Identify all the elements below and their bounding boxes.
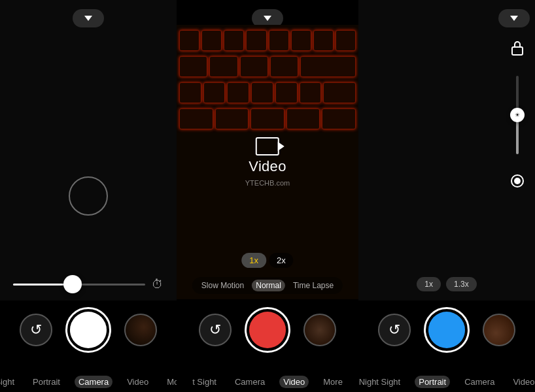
key-23 [322,108,356,129]
key-backspace [300,56,356,77]
right-bottom-controls: ↺ Night Sight Portrait Camera Video [358,301,535,392]
key-2 [201,30,222,51]
key-6 [291,30,311,51]
right-dropdown-arrow-icon [510,16,518,21]
key-17 [275,82,298,103]
center-mode-labels: t Sight Camera Video More [177,376,358,388]
left-shutter-dot [70,312,107,348]
video-camera-icon [256,137,279,155]
zoom-2x-button[interactable]: 2x [269,253,294,268]
key-3 [224,30,244,51]
left-shutter-button[interactable] [65,307,111,353]
right-shutter-button[interactable] [424,307,470,353]
zoom-slider-area: 3.3x ⏱ [0,268,177,301]
key-13 [179,82,201,103]
video-mode-label: Video [249,158,286,175]
right-mode-camera[interactable]: Camera [460,376,498,388]
svg-point-2 [514,178,521,184]
zoom-value-label: 3.3x [65,280,80,289]
right-panel: ☀ 1x 1.3x ↺ [358,0,535,392]
center-shutter-button[interactable] [245,307,290,353]
night-mode-icon [510,174,525,188]
zoom-slider-thumb[interactable]: 3.3x [63,275,82,293]
time-lapse-tab[interactable]: Time Lapse [289,280,337,291]
center-dropdown-arrow-icon [264,16,271,21]
video-mode-overlay: Video YTECHB.com [245,137,290,187]
left-dropdown-button[interactable] [73,9,104,27]
watermark-text: YTECHB.com [245,179,290,187]
lock-button[interactable] [510,39,525,56]
center-panel: Video YTECHB.com 1x 2x Slow Motion Norma… [177,0,358,392]
right-dropdown-button[interactable] [498,9,530,27]
right-mode-labels: Night Sight Portrait Camera Video [358,376,535,388]
center-mode-night-sight[interactable]: t Sight [188,376,220,388]
viewfinder-zoom-buttons: 1x 2x [241,253,293,268]
key-1 [179,30,199,51]
right-mode-night-sight[interactable]: Night Sight [355,376,405,388]
right-zoom-1-3x-button[interactable]: 1.3x [446,277,477,291]
timer-icon: ⏱ [152,278,164,291]
center-refresh-icon: ↺ [209,321,221,338]
key-22 [286,108,320,129]
right-zoom-1x-button[interactable]: 1x [417,277,441,291]
right-shutter-row: ↺ [358,307,535,353]
refresh-icon: ↺ [30,321,42,338]
center-bottom-controls: ↺ t Sight Camera Video More [177,301,358,392]
center-thumbnail[interactable] [303,314,336,346]
key-4 [246,30,266,51]
right-refresh-icon: ↺ [388,321,400,338]
zoom-1x-button[interactable]: 1x [241,253,266,268]
key-10 [209,56,237,77]
left-bottom-controls: ↺ t Sight Portrait Camera Video More [0,301,177,392]
center-record-dot [249,312,286,348]
left-mode-night-sight[interactable]: t Sight [0,376,18,388]
left-refresh-button[interactable]: ↺ [20,314,52,346]
right-zoom-area: 1x 1.3x [358,268,535,301]
key-enter [323,82,356,103]
key-15 [227,82,249,103]
left-shutter-row: ↺ [0,307,177,353]
lock-icon [510,39,525,56]
center-mode-video[interactable]: Video [279,376,309,388]
brightness-control[interactable]: ☀ [516,76,519,154]
video-mode-tabs: Slow Motion Normal Time Lapse [192,277,343,294]
left-panel: 3.3x ⏱ ↺ t Sight Portrait Camera Video [0,0,177,392]
left-thumbnail[interactable] [124,314,157,346]
key-20 [215,108,249,129]
left-dropdown-arrow-icon [84,16,92,21]
key-11 [240,56,268,77]
camera-app: 3.3x ⏱ ↺ t Sight Portrait Camera Video [0,0,535,392]
right-mode-portrait[interactable]: Portrait [415,376,450,388]
center-mode-more[interactable]: More [319,376,347,388]
key-14 [203,82,226,103]
key-18 [300,82,322,103]
center-shutter-row: ↺ [177,307,358,353]
key-21 [250,108,285,129]
left-mode-portrait[interactable]: Portrait [29,376,64,388]
key-9 [179,56,207,77]
key-7 [313,30,334,51]
right-refresh-button[interactable]: ↺ [378,314,411,346]
left-mode-labels: t Sight Portrait Camera Video More [0,376,177,388]
left-mode-indicator [69,176,108,216]
zoom-slider[interactable]: 3.3x [13,284,145,286]
key-16 [251,82,273,103]
key-12 [270,56,298,77]
slow-motion-tab[interactable]: Slow Motion [198,280,248,291]
key-19 [179,108,213,129]
key-5 [269,30,289,51]
center-mode-camera[interactable]: Camera [231,376,269,388]
brightness-thumb[interactable]: ☀ [510,108,525,122]
right-thumbnail[interactable] [483,314,515,346]
key-8 [336,30,356,51]
left-mode-camera[interactable]: Camera [75,376,112,388]
right-mode-video[interactable]: Video [509,376,535,388]
normal-tab[interactable]: Normal [252,280,285,291]
left-mode-video[interactable]: Video [123,376,152,388]
center-refresh-button[interactable]: ↺ [199,314,232,346]
night-mode-button[interactable] [510,174,525,188]
brightness-slider[interactable]: ☀ [516,76,519,154]
brightness-sun-icon: ☀ [515,112,520,118]
svg-rect-0 [512,47,523,55]
viewfinder: Video YTECHB.com 1x 2x Slow Motion Norma… [177,25,358,299]
